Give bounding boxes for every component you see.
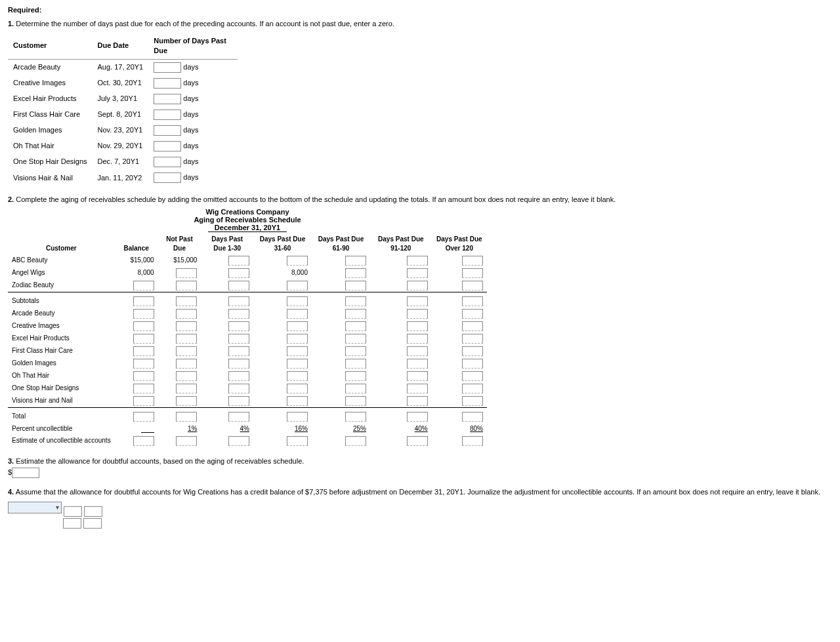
days-input[interactable] (154, 172, 181, 183)
amount-input[interactable] (407, 334, 428, 344)
amount-input[interactable] (345, 321, 366, 331)
amount-input[interactable] (407, 412, 428, 422)
journal-credit-1[interactable] (84, 506, 102, 517)
amount-input[interactable] (407, 384, 428, 393)
amount-input[interactable] (287, 396, 308, 406)
amount-input[interactable] (345, 281, 366, 291)
amount-input[interactable] (228, 359, 249, 369)
journal-debit-1[interactable] (64, 506, 82, 517)
amount-input[interactable] (462, 396, 483, 406)
amount-input[interactable] (287, 321, 308, 331)
amount-input[interactable] (176, 371, 197, 381)
amount-input[interactable] (228, 296, 249, 306)
amount-input[interactable] (345, 436, 366, 446)
amount-input[interactable] (407, 346, 428, 356)
amount-input[interactable] (462, 359, 483, 369)
amount-input[interactable] (287, 346, 308, 356)
amount-input[interactable] (133, 309, 154, 319)
amount-input[interactable] (133, 412, 154, 422)
amount-input[interactable] (228, 412, 249, 422)
amount-input[interactable] (345, 412, 366, 422)
amount-input[interactable] (133, 281, 154, 291)
amount-input[interactable] (228, 371, 249, 381)
amount-input[interactable] (133, 396, 154, 406)
amount-input[interactable] (287, 371, 308, 381)
amount-input[interactable] (176, 359, 197, 369)
amount-input[interactable] (176, 268, 197, 278)
amount-input[interactable] (133, 384, 154, 393)
amount-input[interactable] (228, 334, 249, 344)
amount-input[interactable] (287, 296, 308, 306)
days-input[interactable] (154, 157, 181, 167)
amount-input[interactable] (228, 346, 249, 356)
amount-input[interactable] (407, 256, 428, 266)
amount-input[interactable] (345, 296, 366, 306)
amount-input[interactable] (287, 256, 308, 266)
amount-input[interactable] (287, 281, 308, 291)
amount-input[interactable] (462, 346, 483, 356)
journal-account-select[interactable] (8, 502, 62, 513)
amount-input[interactable] (228, 256, 249, 266)
amount-input[interactable] (462, 436, 483, 446)
amount-input[interactable] (407, 309, 428, 319)
amount-input[interactable] (176, 321, 197, 331)
days-input[interactable] (154, 94, 181, 104)
amount-input[interactable] (228, 281, 249, 291)
amount-input[interactable] (176, 334, 197, 344)
amount-input[interactable] (407, 281, 428, 291)
amount-input[interactable] (176, 396, 197, 406)
amount-input[interactable] (176, 384, 197, 393)
amount-input[interactable] (133, 436, 154, 446)
amount-input[interactable] (176, 346, 197, 356)
amount-input[interactable] (133, 321, 154, 331)
amount-input[interactable] (462, 268, 483, 278)
amount-input[interactable] (133, 334, 154, 344)
amount-input[interactable] (176, 296, 197, 306)
amount-input[interactable] (462, 321, 483, 331)
amount-input[interactable] (345, 346, 366, 356)
amount-input[interactable] (345, 309, 366, 319)
amount-input[interactable] (462, 334, 483, 344)
allowance-input[interactable] (12, 468, 39, 478)
amount-input[interactable] (228, 309, 249, 319)
amount-input[interactable] (462, 412, 483, 422)
amount-input[interactable] (287, 309, 308, 319)
amount-input[interactable] (287, 359, 308, 369)
amount-input[interactable] (462, 281, 483, 291)
amount-input[interactable] (345, 396, 366, 406)
amount-input[interactable] (176, 281, 197, 291)
amount-input[interactable] (228, 384, 249, 393)
amount-input[interactable] (228, 436, 249, 446)
days-input[interactable] (154, 125, 181, 136)
amount-input[interactable] (407, 396, 428, 406)
amount-input[interactable] (287, 436, 308, 446)
amount-input[interactable] (462, 256, 483, 266)
journal-debit-2[interactable] (63, 518, 81, 529)
amount-input[interactable] (407, 359, 428, 369)
amount-input[interactable] (228, 268, 249, 278)
amount-input[interactable] (407, 296, 428, 306)
amount-input[interactable] (176, 436, 197, 446)
amount-input[interactable] (462, 371, 483, 381)
amount-input[interactable] (133, 296, 154, 306)
amount-input[interactable] (287, 412, 308, 422)
amount-input[interactable] (345, 256, 366, 266)
journal-credit-2[interactable] (83, 518, 102, 529)
amount-input[interactable] (345, 384, 366, 393)
amount-input[interactable] (176, 412, 197, 422)
amount-input[interactable] (287, 384, 308, 393)
amount-input[interactable] (407, 371, 428, 381)
amount-input[interactable] (345, 334, 366, 344)
days-input[interactable] (154, 141, 181, 151)
amount-input[interactable] (462, 309, 483, 319)
amount-input[interactable] (176, 309, 197, 319)
amount-input[interactable] (407, 321, 428, 331)
amount-input[interactable] (133, 359, 154, 369)
amount-input[interactable] (345, 359, 366, 369)
days-input[interactable] (154, 78, 181, 89)
amount-input[interactable] (345, 371, 366, 381)
amount-input[interactable] (228, 321, 249, 331)
days-input[interactable] (154, 110, 181, 120)
amount-input[interactable] (133, 346, 154, 356)
amount-input[interactable] (407, 268, 428, 278)
